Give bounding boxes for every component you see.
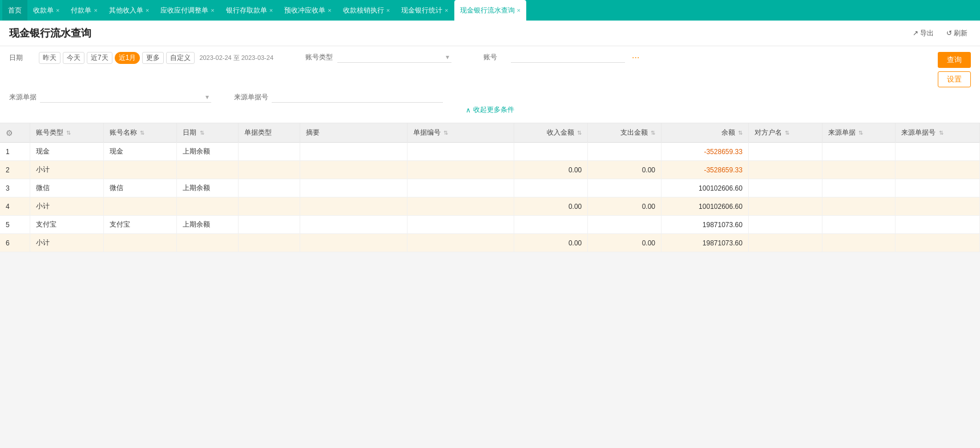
table-row[interactable]: 3微信微信上期余额100102606.60	[0, 179, 980, 197]
source-doc-select[interactable]: ▾	[40, 92, 211, 103]
nav-bank-deposit-label: 银行存取款单	[226, 6, 267, 15]
row-doc-type	[239, 179, 300, 197]
nav-payments[interactable]: 付款单 ×	[65, 0, 103, 21]
sort-doc-number-icon: ⇅	[443, 130, 448, 136]
row-source-doc	[822, 161, 896, 179]
nav-ar-ap-close[interactable]: ×	[211, 7, 214, 14]
col-doc-type-label: 单据类型	[244, 128, 272, 136]
row-balance: 19871073.60	[662, 216, 749, 234]
col-income[interactable]: 收入金额 ⇅	[514, 123, 588, 143]
col-account-name[interactable]: 账号名称 ⇅	[103, 123, 177, 143]
row-num: 6	[0, 234, 30, 252]
row-date	[177, 197, 239, 216]
collapse-up-icon: ∧	[466, 106, 471, 114]
filter-area: 日期 昨天 今天 近7天 近1月 更多 自定义 2023-02-24 至 202…	[0, 46, 980, 123]
gear-icon[interactable]: ⚙	[6, 128, 13, 138]
row-account-type: 微信	[30, 179, 103, 197]
date-1month[interactable]: 近1月	[115, 52, 140, 64]
col-date[interactable]: 日期 ⇅	[177, 123, 239, 143]
row-source-doc-num	[896, 216, 980, 234]
sort-source-doc-icon: ⇅	[858, 130, 863, 136]
nav-receipts-close[interactable]: ×	[56, 7, 59, 14]
row-counterpart	[748, 161, 822, 179]
nav-receipt-verify-close[interactable]: ×	[386, 7, 390, 14]
row-doc-number	[407, 143, 514, 161]
col-balance-label: 余额	[721, 128, 735, 136]
account-more-icon[interactable]: ···	[632, 53, 639, 63]
row-balance: 100102606.60	[662, 179, 749, 197]
col-summary[interactable]: 摘要	[300, 123, 408, 143]
row-doc-type	[239, 143, 300, 161]
row-expense: 0.00	[588, 197, 662, 216]
row-summary	[300, 179, 408, 197]
nav-home[interactable]: 首页	[2, 0, 27, 21]
source-doc-num-label: 来源单据号	[234, 92, 268, 102]
row-doc-number	[407, 161, 514, 179]
table-row[interactable]: 2小计0.000.00-3528659.33	[0, 161, 980, 179]
sort-date-icon: ⇅	[200, 130, 204, 136]
row-summary	[300, 143, 408, 161]
refresh-label: 刷新	[954, 29, 967, 38]
nav-cash-stats-close[interactable]: ×	[445, 7, 448, 14]
row-date	[177, 234, 239, 252]
row-num: 1	[0, 143, 30, 161]
refresh-button[interactable]: ↺ 刷新	[943, 27, 971, 39]
source-doc-num-input[interactable]	[272, 92, 443, 103]
nav-ar-ap[interactable]: 应收应付调整单 ×	[155, 0, 220, 21]
source-doc-group: 来源单据 ▾	[9, 92, 211, 103]
date-7days[interactable]: 近7天	[87, 52, 112, 64]
sort-income-icon: ⇅	[577, 130, 582, 136]
account-input[interactable]	[511, 52, 625, 63]
row-summary	[300, 216, 408, 234]
row-income	[514, 216, 588, 234]
nav-bank-deposit[interactable]: 银行存取款单 ×	[220, 0, 279, 21]
col-counterpart[interactable]: 对方户名 ⇅	[748, 123, 822, 143]
nav-receipts[interactable]: 收款单 ×	[27, 0, 65, 21]
nav-cash-flow-close[interactable]: ×	[517, 7, 521, 14]
nav-bank-deposit-close[interactable]: ×	[269, 7, 273, 14]
export-button[interactable]: ↗ 导出	[909, 27, 937, 39]
row-source-doc	[822, 234, 896, 252]
col-source-doc-num-label: 来源单据号	[901, 128, 935, 136]
row-expense	[588, 179, 662, 197]
date-yesterday[interactable]: 昨天	[39, 52, 61, 64]
table-row[interactable]: 6小计0.000.0019871073.60	[0, 234, 980, 252]
col-account-type[interactable]: 账号类型 ⇅	[30, 123, 103, 143]
account-type-select[interactable]: ▾	[337, 52, 451, 63]
page-header: 现金银行流水查询 ↗ 导出 ↺ 刷新	[0, 21, 980, 46]
nav-cash-stats[interactable]: 现金银行统计 ×	[396, 0, 454, 21]
col-settings[interactable]: ⚙	[0, 123, 30, 143]
nav-payments-close[interactable]: ×	[94, 7, 97, 14]
table-row[interactable]: 5支付宝支付宝上期余额19871073.60	[0, 216, 980, 234]
table-row[interactable]: 4小计0.000.00100102606.60	[0, 197, 980, 216]
nav-receipt-verify[interactable]: 收款核销执行 ×	[337, 0, 396, 21]
nav-prepay-close[interactable]: ×	[328, 7, 331, 14]
nav-home-label: 首页	[8, 6, 22, 15]
nav-prepay-label: 预收冲应收单	[284, 6, 325, 15]
sort-expense-icon: ⇅	[651, 130, 655, 136]
nav-prepay[interactable]: 预收冲应收单 ×	[279, 0, 337, 21]
settings-button[interactable]: 设置	[938, 71, 971, 87]
nav-other-income[interactable]: 其他收入单 ×	[103, 0, 155, 21]
row-date: 上期余额	[177, 143, 239, 161]
row-summary	[300, 197, 408, 216]
col-source-doc-num[interactable]: 来源单据号 ⇅	[896, 123, 980, 143]
row-doc-type	[239, 197, 300, 216]
nav-other-income-close[interactable]: ×	[146, 7, 149, 14]
nav-cash-flow[interactable]: 现金银行流水查询 ×	[454, 0, 526, 21]
query-button[interactable]: 查询	[938, 52, 971, 68]
col-balance[interactable]: 余额 ⇅	[662, 123, 749, 143]
row-account-type: 小计	[30, 161, 103, 179]
table-row[interactable]: 1现金现金上期余额-3528659.33	[0, 143, 980, 161]
col-source-doc[interactable]: 来源单据 ⇅	[822, 123, 896, 143]
col-account-name-label: 账号名称	[110, 128, 137, 136]
col-expense[interactable]: 支出金额 ⇅	[588, 123, 662, 143]
date-custom[interactable]: 自定义	[166, 52, 195, 64]
col-doc-number[interactable]: 单据编号 ⇅	[407, 123, 514, 143]
filter-date-row: 日期 昨天 今天 近7天 近1月 更多 自定义 2023-02-24 至 202…	[9, 52, 273, 64]
collapse-bar[interactable]: ∧ 收起更多条件	[9, 103, 971, 117]
col-doc-type[interactable]: 单据类型	[239, 123, 300, 143]
date-today[interactable]: 今天	[63, 52, 84, 64]
date-more[interactable]: 更多	[142, 52, 164, 64]
row-source-doc	[822, 197, 896, 216]
